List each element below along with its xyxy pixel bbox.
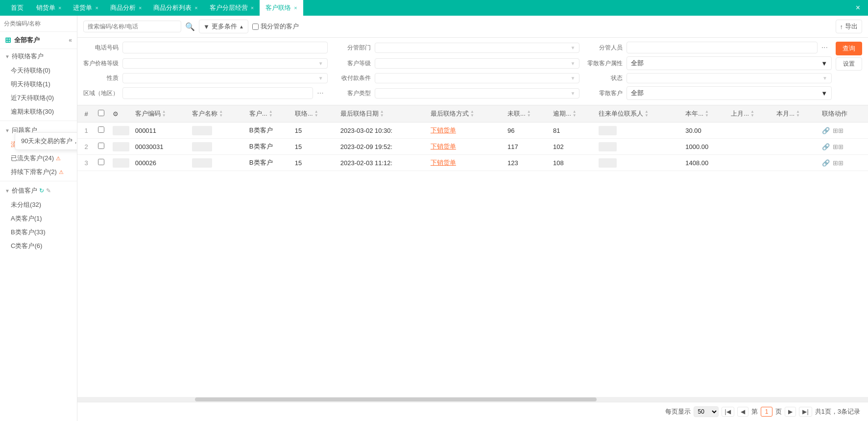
filter-more-conditions-button[interactable]: ▼ 更多条件 ▲ — [199, 20, 248, 33]
adv-select-price-grade[interactable]: ▼ — [122, 58, 328, 69]
adv-input-region[interactable] — [122, 87, 313, 99]
table-select-all-checkbox[interactable] — [98, 110, 104, 116]
th-name[interactable]: 客户名称 ▲▼ — [189, 105, 246, 123]
adv-input-manager[interactable] — [627, 42, 817, 53]
tab-product-analysis[interactable]: 商品分析 × — [104, 0, 147, 16]
th-contact[interactable]: 联络... ▲▼ — [292, 105, 338, 123]
th-type[interactable]: 客户... ▲▼ — [246, 105, 292, 123]
cell-checkbox[interactable] — [95, 139, 110, 155]
th-last-month[interactable]: 上月... ▲▼ — [728, 105, 773, 123]
cell-last-method[interactable]: 下销货单 — [428, 123, 505, 139]
cell-link-method[interactable]: 下销货单 — [431, 143, 456, 150]
adv-select-zero-attr[interactable]: 全部 ▼ — [627, 56, 832, 70]
window-close-button[interactable]: × — [852, 3, 864, 12]
sidebar-item-class-a[interactable]: A类客户(1) — [0, 212, 77, 225]
settings-button[interactable]: 设置 — [836, 57, 862, 71]
sidebar-item-churned[interactable]: 已流失客户(24) ⚠ — [0, 151, 77, 165]
pg-next-button[interactable]: ▶ — [785, 407, 796, 417]
page-size-select[interactable]: 50 20 100 — [694, 406, 719, 417]
action-more-icon[interactable]: ⊞⊞ — [833, 143, 844, 150]
sidebar-group-pending-title[interactable]: ▼ 待联络客户 — [0, 49, 77, 64]
sort-unit-contact[interactable]: 往来单位联系人 ▲▼ — [599, 109, 649, 118]
region-more-button[interactable]: ··· — [313, 89, 327, 98]
cell-link-method[interactable]: 下销货单 — [431, 159, 456, 166]
value-edit-icon[interactable]: ✎ — [46, 187, 51, 194]
sidebar-all-customers[interactable]: ⊞ 全部客户 « — [0, 32, 77, 49]
pg-prev-button[interactable]: ◀ — [737, 407, 748, 417]
adv-select-nature[interactable]: ▼ — [122, 73, 328, 83]
tab-customer-contact[interactable]: 客户联络 × — [260, 0, 303, 16]
manager-more-button[interactable]: ··· — [818, 43, 832, 52]
th-last-date[interactable]: 最后联络日期 ▲▼ — [338, 105, 428, 123]
adv-select-customer-type[interactable]: ▼ — [375, 88, 580, 99]
action-more-icon[interactable]: ⊞⊞ — [833, 159, 844, 167]
adv-select-customer-grade[interactable]: ▼ — [375, 58, 580, 69]
sort-name[interactable]: 客户名称 ▲▼ — [192, 109, 223, 118]
row-checkbox-2[interactable] — [98, 159, 104, 165]
pg-last-button[interactable]: ▶| — [799, 407, 812, 417]
th-unit-contact[interactable]: 往来单位联系人 ▲▼ — [596, 105, 682, 123]
sort-overdue[interactable]: 逾期... ▲▼ — [553, 109, 577, 118]
nav-home[interactable]: 首页 — [4, 0, 30, 16]
query-button[interactable]: 查询 — [836, 42, 862, 55]
sort-last-month[interactable]: 上月... ▲▼ — [731, 109, 754, 118]
sort-last-date[interactable]: 最后联络日期 ▲▼ — [340, 109, 384, 118]
sort-contact[interactable]: 联络... ▲▼ — [295, 109, 318, 118]
export-button[interactable]: ↑ 导出 — [836, 20, 863, 33]
sidebar-item-class-c[interactable]: C类客户(6) — [0, 239, 77, 253]
tab-sales-order-close[interactable]: × — [58, 5, 61, 11]
adv-input-phone[interactable] — [122, 42, 328, 53]
adv-select-payment[interactable]: ▼ — [375, 73, 580, 83]
cell-last-method[interactable]: 下销货单 — [428, 155, 505, 171]
tab-customer-seg-close[interactable]: × — [251, 5, 254, 11]
value-refresh-icon[interactable]: ↻ — [39, 187, 44, 194]
cell-checkbox[interactable] — [95, 123, 110, 139]
tab-customer-contact-close[interactable]: × — [294, 5, 297, 11]
action-contact-icon[interactable]: 🔗 — [822, 159, 830, 167]
adv-select-zero-customer[interactable]: 全部 ▼ — [627, 86, 832, 100]
sort-this-year[interactable]: 本年... ▲▼ — [685, 109, 709, 118]
th-code[interactable]: 客户编码 ▲▼ — [132, 105, 190, 123]
sidebar-item-tomorrow[interactable]: 明天待联络(1) — [0, 77, 77, 91]
th-settings[interactable]: ⚙ — [110, 105, 132, 123]
tab-purchase-close[interactable]: × — [95, 5, 98, 11]
sidebar-item-today[interactable]: 今天待联络(0) — [0, 64, 77, 77]
row-checkbox-1[interactable] — [98, 143, 104, 149]
sidebar-item-overdue[interactable]: 逾期未联络(30) — [0, 105, 77, 119]
sidebar-item-7days[interactable]: 近7天待联络(0) — [0, 91, 77, 105]
tab-purchase-order[interactable]: 进货单 × — [67, 0, 104, 16]
my-customers-checkbox-label[interactable]: 我分管的客户 — [252, 22, 299, 31]
sort-this-month[interactable]: 本月... ▲▼ — [776, 109, 800, 118]
tab-product-analysis-list-close[interactable]: × — [194, 5, 197, 11]
sidebar-search-input[interactable] — [4, 20, 77, 27]
th-this-month[interactable]: 本月... ▲▼ — [773, 105, 819, 123]
tab-sales-order[interactable]: 销货单 × — [30, 0, 67, 16]
cell-last-method[interactable]: 下销货单 — [428, 139, 505, 155]
table-scrollbar[interactable] — [77, 397, 868, 402]
sort-uncontacted[interactable]: 未联... ▲▼ — [507, 109, 531, 118]
tab-product-analysis-list[interactable]: 商品分析列表 × — [147, 0, 203, 16]
filter-search-button[interactable]: 🔍 — [185, 22, 195, 31]
adv-select-dept[interactable]: ▼ — [375, 43, 580, 53]
tab-product-analysis-close[interactable]: × — [139, 5, 142, 11]
adv-select-status[interactable]: ▼ — [627, 73, 832, 83]
th-this-year[interactable]: 本年... ▲▼ — [682, 105, 728, 123]
sort-last-method[interactable]: 最后联络方式 ▲▼ — [431, 109, 474, 118]
sidebar-collapse-icon[interactable]: « — [69, 37, 72, 44]
th-last-method[interactable]: 最后联络方式 ▲▼ — [428, 105, 505, 123]
th-overdue[interactable]: 逾期... ▲▼ — [550, 105, 596, 123]
sidebar-item-declining[interactable]: 持续下滑客户(2) ⚠ — [0, 165, 77, 179]
th-uncontacted[interactable]: 未联... ▲▼ — [505, 105, 550, 123]
scrollbar-thumb[interactable] — [195, 397, 597, 401]
filter-search-input[interactable] — [83, 21, 181, 32]
sort-code[interactable]: 客户编码 ▲▼ — [135, 109, 166, 118]
cell-checkbox[interactable] — [95, 155, 110, 171]
my-customers-checkbox[interactable] — [252, 24, 259, 30]
tab-customer-segmentation[interactable]: 客户分层经营 × — [204, 0, 260, 16]
action-more-icon[interactable]: ⊞⊞ — [833, 127, 844, 134]
sort-type[interactable]: 客户... ▲▼ — [249, 109, 273, 118]
cell-link-method[interactable]: 下销货单 — [431, 126, 456, 134]
sidebar-group-value-title[interactable]: ▼ 价值客户 ↻ ✎ — [0, 183, 77, 198]
action-contact-icon[interactable]: 🔗 — [822, 127, 830, 134]
pg-first-button[interactable]: |◀ — [722, 407, 734, 417]
